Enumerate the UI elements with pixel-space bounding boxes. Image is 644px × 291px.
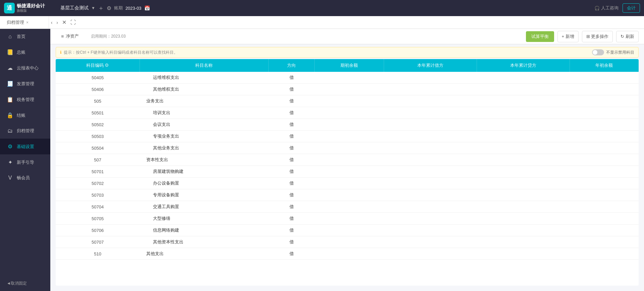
- cell-period-balance: [315, 213, 384, 225]
- table-row[interactable]: 50704交通工具购置借: [56, 201, 639, 213]
- sidebar-item-close[interactable]: 🔒结账: [0, 107, 50, 123]
- cell-name: 培训支出: [140, 107, 268, 119]
- toggle-switch[interactable]: [592, 49, 604, 55]
- sidebar-item-settings[interactable]: ⚙基础设置: [0, 139, 50, 154]
- cell-period-balance: [315, 154, 384, 166]
- table-row[interactable]: 50502会议支出借: [56, 119, 639, 131]
- col-direction: 方向: [269, 59, 315, 72]
- sidebar-item-guide[interactable]: ✦新手引导: [0, 154, 50, 170]
- sub-tab-net_asset[interactable]: ≡净资产: [56, 30, 84, 43]
- sidebar-item-ledger[interactable]: 📒总账: [0, 44, 50, 60]
- sidebar-item-tax[interactable]: 📋税务管理: [0, 92, 50, 107]
- table-row[interactable]: 50706信息网络购建借: [56, 225, 639, 236]
- close-icon: 🔒: [7, 112, 13, 118]
- calendar-icon[interactable]: 📅: [144, 5, 150, 11]
- tab-close-icon[interactable]: ×: [26, 20, 29, 25]
- tab-next-button[interactable]: ›: [54, 20, 60, 25]
- tab-prev-button[interactable]: ‹: [49, 20, 55, 25]
- table-row[interactable]: 50701房屋建筑物购建借: [56, 166, 639, 178]
- sidebar-item-invoice[interactable]: 🧾发票管理: [0, 76, 50, 92]
- cell-name: 业务支出: [140, 95, 268, 107]
- toolbar: 试算平衡 + 新增 ⊞ 更多操作 ↻ 刷新: [526, 31, 639, 42]
- sidebar-item-reports[interactable]: ☁云报表中心: [0, 60, 50, 76]
- cell-year-credit: [477, 178, 570, 189]
- sidebar-item-archive[interactable]: 🗂归档管理: [0, 123, 50, 139]
- gear-icon[interactable]: ⚙: [105, 62, 109, 68]
- cell-year-credit: [477, 236, 570, 248]
- table-row[interactable]: 50503专项业务支出借: [56, 131, 639, 142]
- help-button[interactable]: 🎧 人工咨询: [594, 5, 619, 11]
- cell-code: 50503: [56, 131, 140, 142]
- table-row[interactable]: 50705大型修缮借: [56, 213, 639, 225]
- toggle-disabled-subjects[interactable]: 不显示禁用科目: [592, 49, 634, 55]
- cell-direction: 借: [269, 213, 315, 225]
- cell-period-balance: [315, 248, 384, 260]
- table-row[interactable]: 50405运维维权支出借: [56, 72, 639, 84]
- sidebar-collapse-button[interactable]: ◄取消固定: [0, 276, 50, 291]
- hint-text: 提示：按Ctrl + F键并输入科目编码或者科目名称可以查找科目。: [64, 50, 178, 55]
- table-body: 50405运维维权支出借50406其他维权支出借505业务支出借50501培训支…: [56, 72, 639, 260]
- table-row[interactable]: 505业务支出借: [56, 95, 639, 107]
- cell-direction: 借: [269, 166, 315, 178]
- archive-icon: 🗂: [7, 128, 13, 134]
- cell-year-balance: [570, 189, 639, 201]
- sub-tab-bar: ≡资产≡负债≡净资产◎收入◎支出 启用期间：2023.03 试算平衡 + 新增 …: [50, 29, 644, 44]
- member-icon: V: [7, 175, 13, 181]
- close-all-tabs-button[interactable]: ✕: [60, 19, 68, 26]
- cell-direction: 借: [269, 201, 315, 213]
- refresh-button[interactable]: ↻ 刷新: [616, 31, 639, 42]
- table-row[interactable]: 50703专用设备购置借: [56, 189, 639, 201]
- cell-period-balance: [315, 225, 384, 236]
- period-info: 启用期间：2023.03: [91, 34, 125, 39]
- account-button[interactable]: 会计: [623, 3, 640, 13]
- guide-icon: ✦: [7, 159, 13, 165]
- table-row[interactable]: 50501培训支出借: [56, 107, 639, 119]
- table-row[interactable]: 50406其他维权支出借: [56, 84, 639, 95]
- cell-code: 50701: [56, 166, 140, 178]
- add-button[interactable]: + 新增: [557, 31, 579, 42]
- cell-direction: 借: [269, 84, 315, 95]
- cell-period-balance: [315, 107, 384, 119]
- cell-code: 50706: [56, 225, 140, 236]
- more-actions-button[interactable]: ⊞ 更多操作: [582, 31, 613, 42]
- tab-list: 首页反(中期)×收入支出表(年报)×模版设计×税表清册×期末结转×归档管理×科目…: [3, 16, 49, 29]
- home-icon: ⌂: [7, 34, 13, 40]
- company-dropdown-icon[interactable]: ▼: [91, 6, 95, 10]
- add-company-button[interactable]: ＋: [98, 4, 104, 12]
- tab-item-6[interactable]: 归档管理×: [3, 16, 49, 29]
- cell-name: 房屋建筑物购建: [140, 166, 268, 178]
- table-row[interactable]: 50504其他业务支出借: [56, 142, 639, 154]
- cell-year-balance: [570, 236, 639, 248]
- cell-year-debit: [384, 213, 477, 225]
- sidebar-item-member[interactable]: V畅会员: [0, 170, 50, 186]
- cell-year-balance: [570, 166, 639, 178]
- cell-name: 其他资本性支出: [140, 236, 268, 248]
- cell-code: 50703: [56, 189, 140, 201]
- expand-button[interactable]: ⛶: [68, 19, 78, 26]
- cell-year-debit: [384, 107, 477, 119]
- cell-period-balance: [315, 72, 384, 84]
- table-row[interactable]: 50707其他资本性支出借: [56, 236, 639, 248]
- sidebar-item-home[interactable]: ⌂首页: [0, 29, 50, 44]
- cell-code: 507: [56, 154, 140, 166]
- cell-year-credit: [477, 213, 570, 225]
- cell-direction: 借: [269, 142, 315, 154]
- main-layout: ⌂首页📒总账☁云报表中心🧾发票管理📋税务管理🔒结账🗂归档管理⚙基础设置✦新手引导…: [0, 29, 644, 291]
- table-row[interactable]: 507资本性支出借: [56, 154, 639, 166]
- cell-direction: 借: [269, 248, 315, 260]
- period-value: 2023-03: [125, 6, 142, 11]
- headset-icon: 🎧: [594, 6, 600, 11]
- cell-period-balance: [315, 119, 384, 131]
- calc-balance-button[interactable]: 试算平衡: [526, 31, 554, 42]
- cell-direction: 借: [269, 178, 315, 189]
- col-year-debit: 本年累计借方: [384, 59, 477, 72]
- cell-period-balance: [315, 166, 384, 178]
- cell-period-balance: [315, 84, 384, 95]
- cell-year-credit: [477, 72, 570, 84]
- cell-direction: 借: [269, 72, 315, 84]
- table-row[interactable]: 50702办公设备购置借: [56, 178, 639, 189]
- settings-icon[interactable]: ⚙: [107, 5, 111, 11]
- cell-code: 50707: [56, 236, 140, 248]
- table-row[interactable]: 510其他支出借: [56, 248, 639, 260]
- cell-year-debit: [384, 84, 477, 95]
